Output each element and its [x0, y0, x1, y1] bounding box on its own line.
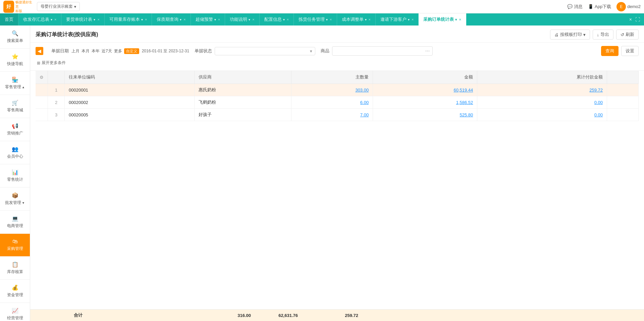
td-main-qty-3[interactable]: 7.00	[291, 109, 373, 121]
td-supplier-1: 惠氏奶粉	[194, 84, 291, 96]
table-row: 3 00020005 好孩子 7.00 525.80 0.00	[36, 109, 639, 121]
td-extra-3	[607, 109, 639, 121]
tab-invite-label: 邀请下游客户	[380, 16, 407, 22]
tab-picking-task[interactable]: 拣货任务管理 ▾ ×	[294, 13, 337, 25]
td-amount-1[interactable]: 60,519.44	[373, 84, 477, 96]
message-btn[interactable]: 💬 消息	[567, 4, 583, 10]
search-icon: 🔍	[12, 30, 18, 37]
status-dropdown[interactable]: ▾	[215, 47, 315, 55]
td-paid-amount-2[interactable]: 0.00	[477, 96, 607, 109]
tab-inventory-book[interactable]: 可用量库存账本 ▾ ×	[105, 13, 152, 25]
tab-order-stats[interactable]: 要货单统计表 ▾ ×	[61, 13, 104, 25]
td-seq-1: 1	[48, 84, 65, 96]
settings-btn[interactable]: 设置	[621, 46, 639, 56]
sidebar-search-label: 搜索菜单	[7, 38, 23, 44]
nav-fullscreen-btn[interactable]: ⛶	[634, 15, 641, 23]
td-amount-2[interactable]: 1,586.52	[373, 96, 477, 109]
close-icon[interactable]: ×	[145, 17, 147, 21]
tab-overstock[interactable]: 超储预警 ▾ ×	[191, 13, 225, 25]
tab-expiry-query[interactable]: 保质期查询 ▾ ×	[152, 13, 191, 25]
sidebar-item-marketing[interactable]: 📢 营销推广	[0, 118, 30, 141]
date-shortcut-this-year[interactable]: 本年	[92, 48, 100, 54]
collapse-filter-btn[interactable]: ◀	[36, 47, 43, 55]
sidebar-item-ecommerce[interactable]: 💻 电商管理	[0, 211, 30, 234]
expand-more-btn[interactable]: ⊞ 展开更多条件	[36, 59, 67, 67]
query-btn[interactable]: 查询	[601, 46, 619, 56]
sidebar-item-purchase-mgmt[interactable]: 🛍 采购管理	[0, 234, 30, 257]
sidebar-item-retail-mgmt[interactable]: 🏪 零售管理 ▲	[0, 72, 30, 95]
sidebar-inventory-label: 库存核算	[7, 269, 23, 275]
app-download-btn[interactable]: 📱 App下载	[588, 4, 611, 10]
column-settings-icon[interactable]: ⚙	[40, 75, 44, 80]
sidebar-item-finance[interactable]: 💰 资金管理	[0, 280, 30, 303]
sidebar-retail-stats-label: 零售统计	[7, 177, 23, 182]
export-btn[interactable]: ↓ 导出	[593, 30, 614, 40]
tab-invite-downstream[interactable]: 邀请下游客户 ▾ ×	[376, 13, 419, 25]
member-icon: 👥	[12, 146, 18, 152]
th-supplier: 供应商	[194, 71, 291, 84]
logo-icon: 好	[3, 1, 14, 13]
td-settings-1	[36, 84, 48, 96]
tab-config-info[interactable]: 配置信息 ▾ ×	[260, 13, 294, 25]
tab-func-desc[interactable]: 功能说明 ▾ ×	[225, 13, 259, 25]
sidebar-ecommerce-label: 电商管理	[7, 223, 23, 229]
sidebar-item-inventory-check[interactable]: 📋 库存核算	[0, 257, 30, 280]
td-paid-amount-3[interactable]: 0.00	[477, 109, 607, 121]
close-icon[interactable]: ×	[218, 17, 220, 21]
date-shortcut-last-month[interactable]: 上月	[71, 48, 79, 54]
date-shortcut-this-month[interactable]: 本月	[82, 48, 90, 54]
date-end: 2023-12-31	[169, 49, 189, 53]
phone-icon: 📱	[588, 4, 593, 9]
message-label: 消息	[574, 4, 583, 10]
date-shortcut-more[interactable]: 更多	[114, 48, 122, 54]
sidebar-item-search[interactable]: 🔍 搜索菜单	[0, 25, 30, 49]
main-layout: 🔍 搜索菜单 ⭐ 快捷导航 🏪 零售管理 ▲ 🛒 零售商城 📢 营销推广 👥 会…	[0, 25, 644, 321]
tab-home[interactable]: 首页	[0, 13, 18, 25]
print-btn[interactable]: 🖨 按模板打印 ▾	[550, 30, 590, 40]
close-icon[interactable]: ×	[459, 17, 461, 21]
expand-icon: ▲	[22, 86, 25, 89]
close-icon[interactable]: ×	[97, 17, 99, 21]
user-area[interactable]: E demo2	[616, 2, 641, 11]
td-paid-amount-1[interactable]: 259.72	[477, 84, 607, 96]
th-seq	[48, 71, 65, 84]
sidebar-marketing-label: 营销推广	[7, 130, 23, 136]
tab-collect-send[interactable]: 收发存汇总表 ▾ ×	[18, 13, 61, 25]
print-icon: 🖨	[554, 32, 559, 37]
close-icon[interactable]: ×	[183, 17, 185, 21]
table-container: ⚙ 往来单位编码 供应商 主数量 金额 累计付款金额	[30, 71, 644, 309]
sidebar-item-wholesale[interactable]: 📦 批发管理 ▼	[0, 188, 30, 211]
expand-down-icon: ⊞	[37, 61, 40, 65]
td-amount-3[interactable]: 525.80	[373, 109, 477, 121]
print-label: 按模板打印	[560, 32, 582, 38]
td-main-qty-1[interactable]: 303.00	[291, 84, 373, 96]
td-main-qty-2[interactable]: 6.00	[291, 96, 373, 109]
close-icon[interactable]: ×	[287, 17, 289, 21]
chevron-down-icon: ▾	[51, 18, 52, 21]
tab-purchase-stats[interactable]: 采购订单统计表 ▾ ×	[419, 13, 466, 25]
nav-close-btn[interactable]: ×	[628, 15, 633, 23]
sidebar-item-member[interactable]: 👥 会员中心	[0, 141, 30, 164]
chevron-down-icon: ▾	[249, 18, 250, 21]
date-shortcut-7days[interactable]: 近7天	[102, 48, 112, 54]
close-icon[interactable]: ×	[369, 17, 371, 21]
goods-input[interactable]: ···	[332, 46, 433, 56]
close-icon[interactable]: ×	[54, 17, 56, 21]
sidebar-quicknav-label: 快捷导航	[7, 61, 23, 67]
close-icon[interactable]: ×	[412, 17, 414, 21]
close-icon[interactable]: ×	[252, 17, 254, 21]
sidebar-item-retail-mall[interactable]: 🛒 零售商城	[0, 95, 30, 118]
workspace-selector[interactable]: 母婴行业演示账套 ▾	[37, 2, 80, 11]
page-header-right: 🖨 按模板打印 ▾ ↓ 导出 ↺ 刷新	[550, 30, 639, 40]
tab-cost-adjust[interactable]: 成本调整单 ▾ ×	[337, 13, 376, 25]
sidebar-item-quick-nav[interactable]: ⭐ 快捷导航	[0, 49, 30, 72]
refresh-btn[interactable]: ↺ 刷新	[616, 30, 639, 40]
date-range: 2016-01-01 至 2023-12-31	[142, 48, 189, 54]
logo-area: 好 畅捷通好生意 标版	[3, 0, 34, 13]
td-supplier-3: 好孩子	[194, 109, 291, 121]
th-amount: 金额	[373, 71, 477, 84]
sidebar-item-retail-stats[interactable]: 📊 零售统计	[0, 164, 30, 188]
sidebar-item-ops-mgmt[interactable]: 📈 经营管理	[0, 303, 30, 321]
close-icon[interactable]: ×	[330, 17, 332, 21]
marketing-icon: 📢	[12, 123, 18, 129]
